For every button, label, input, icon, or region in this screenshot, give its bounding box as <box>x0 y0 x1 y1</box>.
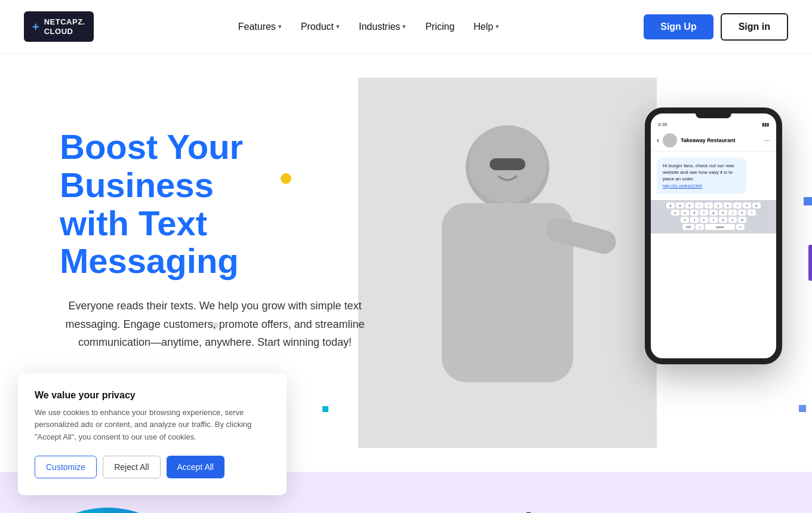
keyboard-row-1: q w e r t y u i o p <box>652 202 775 208</box>
nav-item-industries[interactable]: Industries ▾ <box>350 17 414 37</box>
chevron-down-icon: ▾ <box>278 23 282 30</box>
hero-title: Boost Your Business with Text Messaging <box>60 128 394 280</box>
chevron-down-icon: ▾ <box>336 23 340 30</box>
cookie-banner: We value your privacy We use cookies to … <box>18 373 287 495</box>
decoration-square-blue-top <box>804 197 812 205</box>
cookie-reject-button[interactable]: Reject All <box>103 456 160 478</box>
cookie-description: We use cookies to enhance your browsing … <box>35 407 270 444</box>
chevron-down-icon: ▾ <box>496 23 499 30</box>
logo-text: NETCAPZ. CLOUD <box>44 17 85 36</box>
chat-body: Hi burger fans, check out our new websit… <box>651 152 776 200</box>
phone-notch <box>696 113 731 118</box>
nav-links: Features ▾ Product ▾ Industries ▾ Pricin… <box>230 17 508 37</box>
section-avatar <box>48 508 167 513</box>
nav-actions: Sign Up Sign in <box>644 13 788 41</box>
back-icon[interactable]: ‹ <box>657 136 659 145</box>
cookie-title: We value your privacy <box>35 390 270 401</box>
decoration-square-blue-bottom <box>799 405 806 412</box>
keyboard-bottom-row: 123 ☺ space ↵ <box>652 224 775 230</box>
phone-mockup: 9:39 ▮▮▮ ‹ Takeaway Restaurant ⋯ Hi burg… <box>645 107 782 364</box>
chat-name: Takeaway Restaurant <box>681 137 735 143</box>
nav-item-product[interactable]: Product ▾ <box>293 17 348 37</box>
logo[interactable]: + NETCAPZ. CLOUD <box>24 11 94 42</box>
nav-item-pricing[interactable]: Pricing <box>417 17 463 37</box>
cookie-accept-button[interactable]: Accept All <box>167 456 224 478</box>
more-icon[interactable]: ⋯ <box>764 137 770 144</box>
cookie-buttons: Customize Reject All Accept All <box>35 456 270 478</box>
phone-keyboard: q w e r t y u i o p a s d f g h <box>651 200 776 234</box>
keyboard-row-2: a s d f g h j k l <box>652 210 775 216</box>
hero-description: Everyone reads their texts. We help you … <box>60 297 370 352</box>
svg-rect-5 <box>490 158 525 170</box>
phone-chat-header: ‹ Takeaway Restaurant ⋯ <box>651 130 776 152</box>
section-avatar-container <box>48 508 275 513</box>
keyboard-row-3: z x c v b n m <box>652 217 775 223</box>
hero-left: Boost Your Business with Text Messaging … <box>60 128 394 410</box>
chat-avatar <box>663 133 677 148</box>
signup-button[interactable]: Sign Up <box>644 14 713 39</box>
decoration-right-accent <box>808 245 812 281</box>
phone-status-bar: 9:39 ▮▮▮ <box>651 122 776 130</box>
logo-plus: + <box>32 20 39 34</box>
chat-bubble: Hi burger fans, check out our new websit… <box>657 158 746 194</box>
section-heading: A Text Messaging <box>310 508 571 513</box>
nav-item-features[interactable]: Features ▾ <box>230 17 290 37</box>
chevron-down-icon: ▾ <box>402 23 406 30</box>
hero-person-image <box>358 78 657 448</box>
navbar: + NETCAPZ. CLOUD Features ▾ Product ▾ In… <box>0 0 812 54</box>
signin-button[interactable]: Sign in <box>721 13 788 41</box>
section-bottom-text: A Text Messaging <box>310 508 571 513</box>
nav-item-help[interactable]: Help ▾ <box>465 17 508 37</box>
cookie-customize-button[interactable]: Customize <box>35 456 97 478</box>
hero-right: 9:39 ▮▮▮ ‹ Takeaway Restaurant ⋯ Hi burg… <box>394 90 764 448</box>
